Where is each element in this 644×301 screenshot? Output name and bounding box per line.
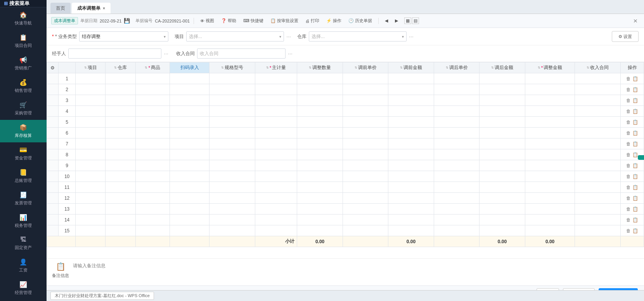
row-scan-cell[interactable] [170, 204, 209, 215]
row-unit-cell[interactable] [255, 149, 297, 160]
row-post-amount-cell[interactable] [480, 95, 525, 106]
row-income-contract-cell[interactable] [575, 193, 621, 204]
sidebar-item-purchase-mgmt[interactable]: 🛒 采购管理 [0, 97, 47, 120]
row-delete-btn[interactable]: 🗑 [626, 163, 631, 168]
row-warehouse-cell[interactable] [106, 171, 135, 182]
row-pre-amount-cell[interactable] [388, 160, 434, 171]
row-delete-btn[interactable]: 🗑 [626, 228, 631, 234]
row-adjust-qty-cell[interactable] [297, 73, 343, 84]
row-warehouse-cell[interactable] [106, 84, 135, 95]
row-project-cell[interactable] [76, 225, 106, 236]
row-delete-btn[interactable]: 🗑 [626, 152, 631, 157]
row-copy-btn[interactable]: 📋 [632, 217, 638, 223]
row-adjust-qty-cell[interactable] [297, 106, 343, 117]
row-action-cell[interactable]: 🗑 📋 [621, 171, 644, 182]
row-spec-cell[interactable] [209, 160, 255, 171]
row-income-contract-cell[interactable] [575, 182, 621, 193]
row-scan-cell[interactable] [170, 73, 209, 84]
row-adjust-qty-cell[interactable] [297, 204, 343, 215]
row-adjust-amount-cell[interactable] [525, 106, 575, 117]
row-delete-btn[interactable]: 🗑 [626, 87, 631, 92]
row-post-amount-cell[interactable] [480, 106, 525, 117]
table-row[interactable]: 6 🗑 📋 [47, 128, 644, 138]
row-pre-unit-price-cell[interactable] [343, 215, 388, 225]
row-spec-cell[interactable] [209, 73, 255, 84]
row-post-unit-price-cell[interactable] [434, 149, 479, 160]
row-adjust-amount-cell[interactable] [525, 193, 575, 204]
row-post-amount-cell[interactable] [480, 204, 525, 215]
row-copy-btn[interactable]: 📋 [632, 174, 638, 179]
row-post-unit-price-cell[interactable] [434, 73, 479, 84]
row-delete-btn[interactable]: 🗑 [626, 217, 631, 223]
row-project-cell[interactable] [76, 149, 106, 160]
row-copy-btn[interactable]: 📋 [632, 109, 638, 114]
row-scan-cell[interactable] [170, 160, 209, 171]
row-pre-unit-price-cell[interactable] [343, 106, 388, 117]
operation-btn[interactable]: ⚡ 操作 [324, 17, 344, 24]
row-unit-cell[interactable] [255, 128, 297, 138]
table-row[interactable]: 10 🗑 📋 [47, 171, 644, 182]
row-warehouse-cell[interactable] [106, 204, 135, 215]
row-spec-cell[interactable] [209, 182, 255, 193]
row-adjust-qty-cell[interactable] [297, 84, 343, 95]
row-warehouse-cell[interactable] [106, 73, 135, 84]
row-pre-amount-cell[interactable] [388, 193, 434, 204]
table-row[interactable]: 12 🗑 📋 [47, 193, 644, 204]
row-income-contract-cell[interactable] [575, 225, 621, 236]
row-scan-cell[interactable] [170, 117, 209, 128]
row-adjust-amount-cell[interactable] [525, 182, 575, 193]
taskbar-item[interactable]: 木门行业好业财处理方案-墓红红.doc - WPS Office [50, 292, 154, 300]
sidebar-item-project-contract[interactable]: 📋 项目合同 [0, 30, 47, 52]
table-wrapper[interactable]: ⚙ ⇅ 项目 ⇅ 仓库 [47, 62, 644, 258]
row-pre-unit-price-cell[interactable] [343, 182, 388, 193]
row-action-cell[interactable]: 🗑 📋 [621, 117, 644, 128]
row-copy-btn[interactable]: 📋 [632, 228, 638, 234]
row-action-cell[interactable]: 🗑 📋 [621, 215, 644, 225]
row-delete-btn[interactable]: 🗑 [626, 76, 631, 81]
row-copy-btn[interactable]: 📋 [632, 87, 638, 92]
row-unit-cell[interactable] [255, 160, 297, 171]
row-adjust-amount-cell[interactable] [525, 117, 575, 128]
row-post-unit-price-cell[interactable] [434, 160, 479, 171]
sidebar-item-tax-mgmt[interactable]: 📊 税务管理 [0, 210, 47, 232]
row-pre-amount-cell[interactable] [388, 84, 434, 95]
row-scan-cell[interactable] [170, 193, 209, 204]
sidebar-item-fund-mgmt[interactable]: 💳 资金管理 [0, 142, 47, 165]
row-income-contract-cell[interactable] [575, 160, 621, 171]
row-delete-btn[interactable]: 🗑 [626, 174, 631, 179]
row-project-cell[interactable] [76, 171, 106, 182]
project-select[interactable]: 选择... ▾ [186, 31, 284, 42]
review-btn[interactable]: 📋 按审批设置 [268, 17, 301, 24]
row-goods-cell[interactable] [135, 149, 170, 160]
row-pre-amount-cell[interactable] [388, 225, 434, 236]
th-project[interactable]: ⇅ 项目 [76, 62, 106, 73]
row-action-cell[interactable]: 🗑 📋 [621, 193, 644, 204]
tab-cost-adjust[interactable]: 成本调整单 × [72, 3, 111, 14]
sidebar-item-fixed-assets[interactable]: 🏗 固定资产 [0, 232, 47, 254]
sidebar-item-operation-mgmt[interactable]: 📈 经营管理 [0, 277, 47, 299]
nav-next-btn[interactable]: ▶ [393, 17, 400, 24]
table-row[interactable]: 3 🗑 📋 [47, 95, 644, 106]
row-income-contract-cell[interactable] [575, 171, 621, 182]
row-income-contract-cell[interactable] [575, 106, 621, 117]
row-income-contract-cell[interactable] [575, 204, 621, 215]
row-pre-unit-price-cell[interactable] [343, 84, 388, 95]
row-adjust-amount-cell[interactable] [525, 215, 575, 225]
row-income-contract-cell[interactable] [575, 215, 621, 225]
row-spec-cell[interactable] [209, 193, 255, 204]
row-project-cell[interactable] [76, 204, 106, 215]
row-action-cell[interactable]: 🗑 📋 [621, 95, 644, 106]
row-pre-unit-price-cell[interactable] [343, 117, 388, 128]
row-delete-btn[interactable]: 🗑 [626, 119, 631, 125]
th-settings[interactable]: ⚙ [47, 62, 59, 73]
th-income-contract[interactable]: ⇅ 收入合同 [575, 62, 621, 73]
row-goods-cell[interactable] [135, 95, 170, 106]
row-post-unit-price-cell[interactable] [434, 171, 479, 182]
business-type-select[interactable]: 结存调整 ▾ [79, 31, 168, 42]
row-scan-cell[interactable] [170, 215, 209, 225]
row-project-cell[interactable] [76, 106, 106, 117]
row-action-cell[interactable]: 🗑 📋 [621, 138, 644, 149]
row-pre-amount-cell[interactable] [388, 204, 434, 215]
income-contract-more-btn[interactable]: ··· [288, 50, 293, 57]
row-post-amount-cell[interactable] [480, 84, 525, 95]
